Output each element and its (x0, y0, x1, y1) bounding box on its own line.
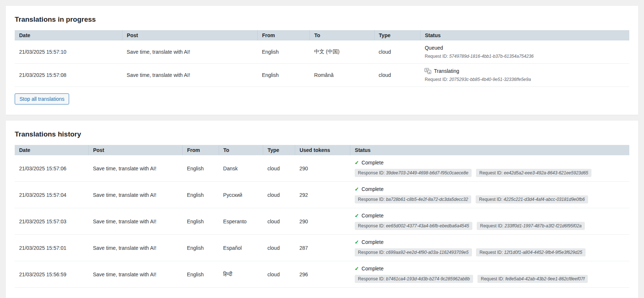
cell-post: Save time, translate with AI! (89, 182, 183, 208)
table-row: 21/03/2025 15:56:59 Save time, translate… (15, 261, 629, 288)
cell-type: cloud (263, 208, 295, 235)
check-icon: ✓ (355, 213, 359, 219)
response-id-value: ba728b61-c8b5-4e2f-8a72-dc3da5decc32 (386, 197, 468, 202)
cell-type: cloud (374, 40, 420, 64)
in-progress-table: Date Post From To Type Status 21/03/2025… (15, 30, 629, 87)
column-header-type: Type (263, 145, 295, 155)
request-id-pill: Request ID: 12f1d0f1-a804-4452-9fb4-9f5e… (476, 248, 586, 256)
table-row: 21/03/2025 15:57:08 Save time, translate… (15, 64, 629, 87)
response-id-label: Response ID: (358, 276, 385, 281)
column-header-used-tokens: Used tokens (295, 145, 350, 155)
cell-type: cloud (263, 155, 295, 182)
history-title: Translations history (15, 130, 629, 138)
history-table: Date Post From To Type Used tokens Statu… (15, 145, 629, 288)
history-header-row: Date Post From To Type Used tokens Statu… (15, 145, 629, 155)
request-id-pill: Request ID: 4225c221-d3d4-4af4-abcc-0318… (476, 195, 588, 203)
status-text: Complete (362, 160, 384, 166)
cell-type: cloud (263, 235, 295, 261)
response-id-value: b7461ca4-193d-4d3b-b274-9c285962ab8b (386, 276, 470, 281)
cell-to: हिन्दी (219, 261, 263, 288)
response-id-label: Response ID: (358, 197, 385, 202)
cell-status: ✓ Complete Response ID: b7461ca4-193d-4d… (350, 261, 629, 288)
cell-to: 中文 (中国) (310, 40, 375, 64)
response-id-label: Response ID: (358, 170, 385, 175)
cell-to: Esperanto (219, 208, 263, 235)
request-id-value: 233ff0d1-1997-487b-a3f2-f21d6f95f02a (505, 223, 582, 228)
cell-to: Română (310, 64, 375, 87)
column-header-type: Type (374, 30, 420, 40)
status-text: Complete (362, 213, 384, 219)
cell-date: 21/03/2025 15:57:06 (15, 155, 89, 182)
column-header-post: Post (122, 30, 258, 40)
request-id-value: 2075293c-bb85-4b40-9e51-32336ffe5e9a (449, 77, 531, 82)
column-header-from: From (257, 30, 310, 40)
cell-status: Queued Request ID: 5749789d-1816-4bb1-b3… (420, 40, 629, 64)
cell-from: English (257, 40, 310, 64)
column-header-status: Status (350, 145, 629, 155)
cell-post: Save time, translate with AI! (122, 40, 258, 64)
cell-date: 21/03/2025 15:57:03 (15, 208, 89, 235)
response-id-value: c699aa92-ee2d-4f90-a03a-1162493709e5 (386, 250, 469, 255)
response-id-value: 39dee703-2449-4698-b6d7-f95c0caece8e (386, 170, 468, 175)
request-id-pill: Request ID: 233ff0d1-1997-487b-a3f2-f21d… (477, 222, 585, 230)
response-id-pill: Response ID: b7461ca4-193d-4d3b-b274-9c2… (355, 275, 473, 283)
response-id-pill: Response ID: ba728b61-c8b5-4e2f-8a72-dc3… (355, 195, 472, 203)
check-icon: ✓ (355, 160, 359, 166)
request-id-label: Request ID: (479, 170, 502, 175)
cell-date: 21/03/2025 15:56:59 (15, 261, 89, 288)
cell-type: cloud (263, 182, 295, 208)
cell-date: 21/03/2025 15:57:08 (15, 64, 122, 87)
cell-status: 文 a Translating Request ID: 2075293c-bb8… (420, 64, 629, 87)
in-progress-header-row: Date Post From To Type Status (15, 30, 629, 40)
table-row: 21/03/2025 15:57:01 Save time, translate… (15, 235, 629, 261)
response-id-pill: Response ID: 39dee703-2449-4698-b6d7-f95… (355, 169, 472, 177)
cell-post: Save time, translate with AI! (89, 261, 183, 288)
cell-date: 21/03/2025 15:57:01 (15, 235, 89, 261)
request-id-line: Request ID: 5749789d-1816-4bb1-b37b-6135… (425, 54, 625, 59)
request-id-value: 4225c221-d3d4-4af4-abcc-03181d9e0fb6 (504, 197, 585, 202)
request-id-value: 5749789d-1816-4bb1-b37b-61354a754236 (449, 54, 534, 59)
cell-status: ✓ Complete Response ID: ba728b61-c8b5-4e… (350, 182, 629, 208)
cell-to: Dansk (219, 155, 263, 182)
cell-from: English (182, 208, 219, 235)
cell-to: Español (219, 235, 263, 261)
column-header-date: Date (15, 30, 122, 40)
in-progress-title: Translations in progress (15, 15, 629, 24)
column-header-from: From (182, 145, 219, 155)
column-header-post: Post (89, 145, 183, 155)
cell-from: English (182, 155, 219, 182)
cell-status: ✓ Complete Response ID: c699aa92-ee2d-4f… (350, 235, 629, 261)
cell-status: ✓ Complete Response ID: 39dee703-2449-46… (350, 155, 629, 182)
cell-from: English (182, 261, 219, 288)
request-id-pill: Request ID: ee42d5a2-eee3-492a-8643-621e… (476, 169, 591, 177)
stop-all-translations-button[interactable]: Stop all translations (15, 93, 69, 104)
translations-in-progress-card: Translations in progress Date Post From … (6, 6, 638, 115)
request-id-label: Request ID: (479, 250, 502, 255)
cell-post: Save time, translate with AI! (89, 155, 183, 182)
translations-history-card: Translations history Date Post From To T… (6, 121, 638, 298)
status-text: Queued (425, 45, 443, 51)
cell-date: 21/03/2025 15:57:04 (15, 182, 89, 208)
request-id-value: fe8e5ab4-42ab-43b2-9ee1-862cf8eef07f (505, 276, 585, 281)
table-row: 21/03/2025 15:57:06 Save time, translate… (15, 155, 629, 182)
cell-from: English (182, 182, 219, 208)
translating-icon: 文 a (425, 68, 431, 74)
cell-used-tokens: 287 (295, 235, 350, 261)
cell-used-tokens: 290 (295, 208, 350, 235)
status-text: Complete (362, 239, 384, 245)
column-header-status: Status (420, 30, 629, 40)
cell-used-tokens: 296 (295, 261, 350, 288)
table-row: 21/03/2025 15:57:10 Save time, translate… (15, 40, 629, 64)
request-id-value: ee42d5a2-eee3-492a-8643-621ee5923d65 (504, 170, 588, 175)
request-id-label: Request ID: (481, 276, 504, 281)
cell-from: English (182, 235, 219, 261)
status-text: Translating (434, 68, 459, 74)
response-id-pill: Response ID: c699aa92-ee2d-4f90-a03a-116… (355, 248, 472, 256)
status-text: Complete (362, 266, 384, 272)
cell-date: 21/03/2025 15:57:10 (15, 40, 122, 64)
table-row: 21/03/2025 15:57:04 Save time, translate… (15, 182, 629, 208)
cell-post: Save time, translate with AI! (89, 208, 183, 235)
request-id-label: Request ID: (480, 223, 503, 228)
cell-type: cloud (263, 261, 295, 288)
cell-post: Save time, translate with AI! (89, 235, 183, 261)
